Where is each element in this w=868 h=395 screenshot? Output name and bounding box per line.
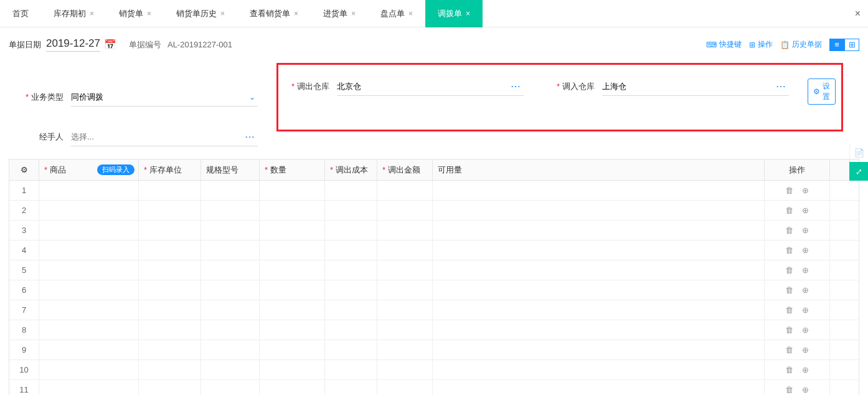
cell-unit[interactable] (139, 360, 201, 379)
add-row-icon[interactable]: ⊕ (802, 345, 809, 355)
cell-cost[interactable] (325, 201, 377, 220)
table-row[interactable]: 10🗑⊕ (9, 360, 859, 380)
table-row[interactable]: 5🗑⊕ (9, 260, 859, 280)
cell-unit[interactable] (139, 201, 201, 220)
delete-row-icon[interactable]: 🗑 (785, 265, 793, 275)
delete-row-icon[interactable]: 🗑 (785, 285, 793, 295)
cell-amt[interactable] (377, 320, 433, 340)
cell-cost[interactable] (325, 380, 377, 395)
cell-amt[interactable] (377, 240, 433, 260)
delete-row-icon[interactable]: 🗑 (785, 365, 793, 374)
cell-cost[interactable] (325, 260, 377, 280)
cell-cost[interactable] (325, 280, 377, 300)
cell-amt[interactable] (377, 360, 433, 379)
cell-amt[interactable] (377, 201, 433, 220)
cell-qty[interactable] (260, 320, 325, 340)
add-row-icon[interactable]: ⊕ (802, 325, 809, 335)
close-all-icon[interactable]: × (855, 8, 861, 19)
close-icon[interactable]: × (408, 9, 413, 18)
add-row-icon[interactable]: ⊕ (802, 305, 809, 315)
cell-product[interactable] (39, 181, 139, 200)
list-view-button[interactable]: ≡ (829, 39, 844, 51)
cell-unit[interactable] (139, 240, 201, 260)
tab-inventory-initial[interactable]: 库存期初× (41, 0, 106, 27)
cell-avail[interactable] (433, 320, 765, 340)
close-icon[interactable]: × (294, 9, 298, 18)
cell-avail[interactable] (433, 181, 765, 200)
cell-product[interactable] (39, 280, 139, 300)
close-icon[interactable]: × (220, 9, 225, 18)
cell-unit[interactable] (139, 181, 201, 200)
cell-amt[interactable] (377, 221, 433, 240)
cell-qty[interactable] (260, 201, 325, 220)
cell-amt[interactable] (377, 260, 433, 280)
delete-row-icon[interactable]: 🗑 (785, 206, 793, 215)
close-icon[interactable]: × (147, 9, 151, 18)
cell-avail[interactable] (433, 280, 765, 300)
cell-qty[interactable] (260, 240, 325, 260)
cell-unit[interactable] (139, 340, 201, 359)
cell-avail[interactable] (433, 340, 765, 359)
cell-spec[interactable] (201, 280, 260, 300)
out-warehouse-input[interactable] (337, 79, 524, 93)
table-row[interactable]: 1🗑⊕ (9, 181, 859, 201)
cell-product[interactable] (39, 360, 139, 379)
cell-cost[interactable] (325, 360, 377, 379)
cell-spec[interactable] (201, 221, 260, 240)
delete-row-icon[interactable]: 🗑 (785, 245, 793, 255)
close-icon[interactable]: × (351, 9, 356, 18)
close-icon[interactable]: × (466, 9, 470, 18)
cell-unit[interactable] (139, 221, 201, 240)
cell-product[interactable] (39, 340, 139, 359)
ellipsis-icon[interactable]: ⋯ (245, 131, 255, 143)
tab-sales-order[interactable]: 销货单× (106, 0, 164, 27)
handler-select[interactable]: ⋯ (71, 128, 258, 146)
cell-spec[interactable] (201, 320, 260, 340)
cell-spec[interactable] (201, 380, 260, 395)
delete-row-icon[interactable]: 🗑 (785, 305, 793, 315)
settings-button[interactable]: ⚙设置 (808, 79, 836, 105)
cell-amt[interactable] (377, 300, 433, 320)
table-row[interactable]: 4🗑⊕ (9, 240, 859, 260)
biz-type-input[interactable] (71, 90, 258, 104)
tab-sales-history[interactable]: 销货单历史× (164, 0, 237, 27)
add-row-icon[interactable]: ⊕ (802, 245, 809, 255)
cell-unit[interactable] (139, 380, 201, 395)
cell-spec[interactable] (201, 240, 260, 260)
cell-qty[interactable] (260, 221, 325, 240)
cell-spec[interactable] (201, 201, 260, 220)
delete-row-icon[interactable]: 🗑 (785, 186, 793, 195)
cell-product[interactable] (39, 240, 139, 260)
cell-product[interactable] (39, 201, 139, 220)
add-row-icon[interactable]: ⊕ (802, 206, 809, 215)
tab-stocktake[interactable]: 盘点单× (368, 0, 425, 27)
cell-cost[interactable] (325, 300, 377, 320)
cell-spec[interactable] (201, 300, 260, 320)
cell-product[interactable] (39, 320, 139, 340)
history-link[interactable]: 📋历史单据 (780, 39, 822, 50)
card-view-button[interactable]: ⊞ (844, 39, 859, 51)
biz-type-select[interactable]: ⌄ (71, 88, 258, 107)
in-warehouse-input[interactable] (602, 79, 789, 93)
calendar-icon[interactable]: 📅 (104, 39, 116, 50)
cell-amt[interactable] (377, 380, 433, 395)
cell-qty[interactable] (260, 340, 325, 359)
ellipsis-icon[interactable]: ⋯ (776, 80, 786, 92)
cell-cost[interactable] (325, 221, 377, 240)
settings-column[interactable]: ⚙ (9, 159, 39, 180)
add-row-icon[interactable]: ⊕ (802, 365, 809, 374)
operate-link[interactable]: ⊞操作 (749, 39, 773, 50)
table-row[interactable]: 9🗑⊕ (9, 340, 859, 360)
shortcut-link[interactable]: ⌨快捷键 (706, 39, 742, 50)
cell-product[interactable] (39, 260, 139, 280)
cell-product[interactable] (39, 300, 139, 320)
cell-spec[interactable] (201, 181, 260, 200)
table-row[interactable]: 3🗑⊕ (9, 221, 859, 240)
delete-row-icon[interactable]: 🗑 (785, 345, 793, 355)
cell-amt[interactable] (377, 181, 433, 200)
cell-cost[interactable] (325, 340, 377, 359)
add-row-icon[interactable]: ⊕ (802, 226, 809, 235)
cell-amt[interactable] (377, 340, 433, 359)
add-row-icon[interactable]: ⊕ (802, 385, 809, 394)
cell-unit[interactable] (139, 280, 201, 300)
